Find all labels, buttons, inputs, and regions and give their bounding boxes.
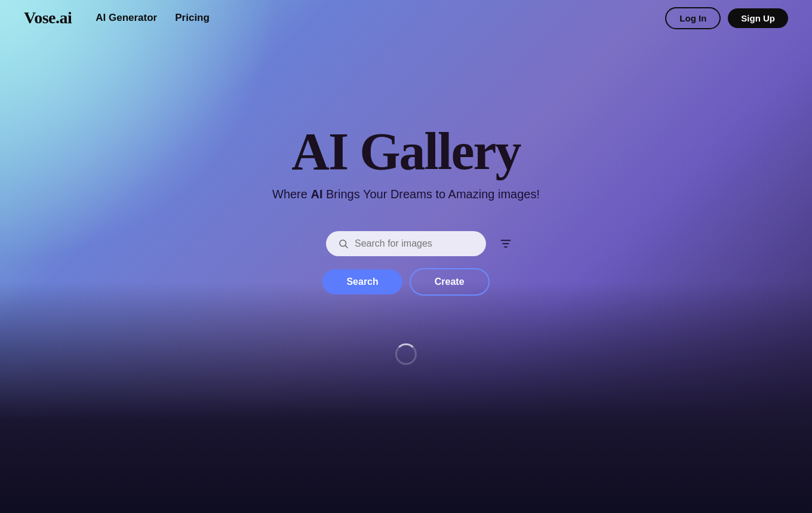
svg-line-1 — [345, 245, 347, 248]
hero-section: AI Gallery Where AI Brings Your Dreams t… — [0, 125, 812, 296]
spinner-animation — [395, 343, 417, 365]
search-button[interactable]: Search — [322, 269, 402, 294]
nav-pricing[interactable]: Pricing — [175, 12, 210, 24]
search-actions: Search Create — [322, 268, 489, 296]
nav-links: AI Generator Pricing — [96, 12, 665, 24]
nav-ai-generator[interactable]: AI Generator — [96, 12, 157, 24]
subtitle-highlight: AI — [310, 188, 322, 201]
subtitle-suffix: Brings Your Dreams to Amazing images! — [322, 188, 540, 201]
hero-subtitle: Where AI Brings Your Dreams to Amazing i… — [272, 188, 540, 201]
logo[interactable]: Vose.ai — [24, 8, 72, 27]
signup-button[interactable]: Sign Up — [728, 8, 788, 28]
search-input[interactable] — [355, 238, 474, 249]
login-button[interactable]: Log In — [665, 7, 721, 29]
nav-actions: Log In Sign Up — [665, 7, 788, 29]
filter-icon[interactable] — [499, 237, 512, 250]
search-icon — [338, 238, 349, 249]
navbar: Vose.ai AI Generator Pricing Log In Sign… — [0, 0, 812, 36]
hero-title: AI Gallery — [291, 125, 520, 178]
search-box — [326, 231, 486, 256]
subtitle-prefix: Where — [272, 188, 310, 201]
svg-point-0 — [340, 240, 346, 247]
loading-spinner — [0, 343, 812, 365]
create-button[interactable]: Create — [410, 268, 490, 296]
